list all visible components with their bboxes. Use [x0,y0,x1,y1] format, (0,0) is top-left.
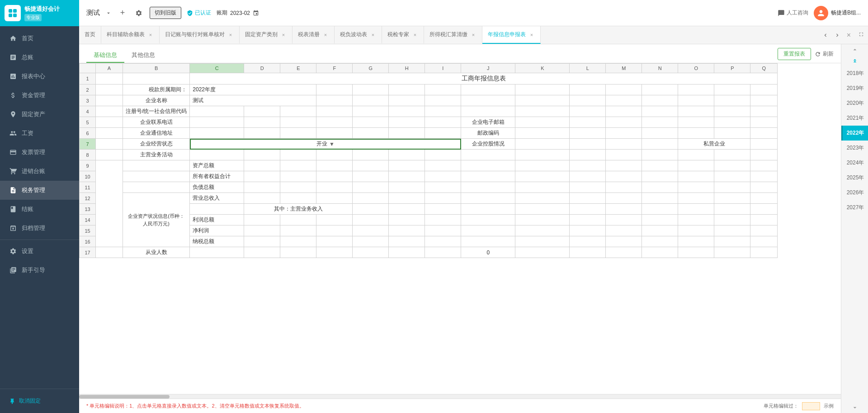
cell-13-O[interactable] [678,204,714,215]
cell-5-P[interactable] [714,117,750,128]
cell-3-O[interactable] [678,95,714,106]
tab-tax-expert[interactable]: 税检专家 × [382,26,424,44]
cell-2-A[interactable] [96,84,123,95]
cell-6-L[interactable] [570,128,606,139]
cell-1-B[interactable] [123,73,190,84]
cell-14-H[interactable] [389,215,425,225]
year-item-2020[interactable]: 2020年 [841,96,868,111]
cell-17-O[interactable] [678,247,714,258]
cell-7-L[interactable] [570,139,606,150]
cell-5-G[interactable] [353,117,389,128]
cell-14-O[interactable] [678,215,714,225]
cell-10-I[interactable] [425,171,461,182]
cell-8-Q[interactable] [750,150,778,160]
cell-11-D[interactable] [244,182,280,193]
cell-4-C[interactable] [190,106,244,117]
cell-2-C[interactable]: 2022年度 [190,84,316,95]
cell-14-P[interactable] [714,215,750,225]
cell-17-K[interactable] [515,247,570,258]
cell-3-M[interactable] [606,95,642,106]
cell-5-D[interactable] [244,117,280,128]
year-item-2018[interactable]: 2018年 [841,66,868,81]
cell-4-Q[interactable] [750,106,778,117]
cell-15-L[interactable] [570,225,606,236]
cell-11-H[interactable] [389,182,425,193]
cell-12-N[interactable] [642,193,678,204]
year-item-2019[interactable]: 2019年 [841,81,868,96]
year-item-2023[interactable]: 2023年 [841,141,868,155]
user-menu[interactable]: 畅捷通B组... [814,6,861,20]
cell-17-J[interactable]: 0 [461,247,515,258]
sidebar-item-salary[interactable]: 工资 [0,124,79,143]
cell-4-O[interactable] [678,106,714,117]
cell-10-P[interactable] [714,171,750,182]
cell-4-G[interactable] [353,106,389,117]
cell-9-H[interactable] [389,160,425,171]
cell-11-J[interactable] [461,182,515,193]
cell-11-I[interactable] [425,182,461,193]
cell-9-G[interactable] [353,160,389,171]
cell-16-Q[interactable] [750,236,778,247]
cell-2-O[interactable] [678,84,714,95]
cell-9-F[interactable] [316,160,353,171]
cell-17-F[interactable] [316,247,353,258]
tab-next-button[interactable] [831,32,843,38]
cell-15-E[interactable] [280,225,316,236]
cell-7-O[interactable]: 私营企业 [678,139,750,150]
cell-4-B[interactable]: 注册号/统一社会信用代码 [123,106,190,117]
cell-11-O[interactable] [678,182,714,193]
tab-close-icon[interactable]: × [528,32,535,38]
cell-13-I[interactable] [425,204,461,215]
cell-11-K[interactable] [515,182,570,193]
cell-15-Q[interactable] [750,225,778,236]
cell-9-E[interactable] [280,160,316,171]
cell-1-title[interactable]: 工商年报信息表 [190,73,778,84]
cell-10-G[interactable] [353,171,389,182]
cell-16-G[interactable] [353,236,389,247]
cell-3-B[interactable]: 企业名称 [123,95,190,106]
topbar-settings-button[interactable] [133,8,144,19]
tab-close-icon[interactable]: × [280,32,287,38]
cell-8-G[interactable] [353,150,389,160]
cell-6-F[interactable] [316,128,353,139]
cell-11-C[interactable]: 负债总额 [190,182,244,193]
cell-5-J[interactable]: 企业电子邮箱 [461,117,515,128]
cell-13-M[interactable] [606,204,642,215]
cell-4-N[interactable] [642,106,678,117]
cell-10-N[interactable] [642,171,678,182]
cell-9-P[interactable] [714,160,750,171]
cell-8-M[interactable] [606,150,642,160]
cell-13-P[interactable] [714,204,750,215]
tab-journal[interactable]: 日记账与银行对账单核对 × [160,26,240,44]
cell-6-J[interactable]: 邮政编码 [461,128,515,139]
sidebar-item-money[interactable]: 资金管理 [0,86,79,105]
cell-12-I[interactable] [425,193,461,204]
cell-9-Q[interactable] [750,160,778,171]
cell-6-H[interactable] [389,128,425,139]
cell-7-N[interactable] [642,139,678,150]
cell-3-N[interactable] [642,95,678,106]
pin-button[interactable]: 取消固定 [0,393,79,409]
cell-8-E[interactable] [280,150,316,160]
cell-16-E[interactable] [280,236,316,247]
cell-4-K[interactable] [515,106,570,117]
cell-5-O[interactable] [678,117,714,128]
tab-home[interactable]: 首页 [79,26,101,44]
horizontal-scrollbar[interactable] [79,394,841,399]
cell-11-F[interactable] [316,182,353,193]
year-item-2021[interactable]: 2021年 [841,111,868,126]
cell-6-M[interactable] [606,128,642,139]
cell-9-C[interactable]: 资产总额 [190,160,244,171]
tab-tax-burden[interactable]: 税负波动表 × [335,26,382,44]
cell-3-G[interactable] [353,95,389,106]
year-item-2027[interactable]: 2027年 [841,200,868,215]
cell-15-H[interactable] [389,225,425,236]
cell-16-I[interactable] [425,236,461,247]
cell-4-M[interactable] [606,106,642,117]
cell-6-E[interactable] [280,128,316,139]
cell-10-L[interactable] [570,171,606,182]
cell-15-P[interactable] [714,225,750,236]
cell-14-L[interactable] [570,215,606,225]
cell-3-H[interactable] [389,95,425,106]
cell-2-K[interactable] [515,84,570,95]
